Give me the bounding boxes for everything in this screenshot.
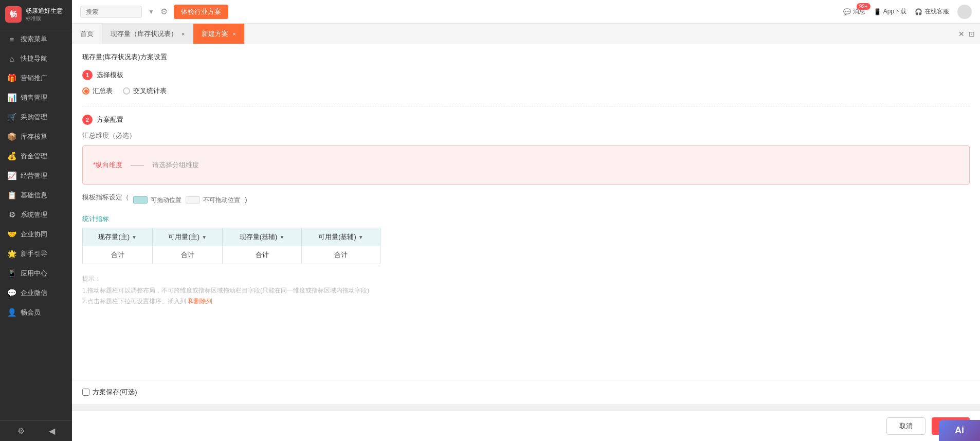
chart-icon: 📊 bbox=[7, 93, 16, 102]
dimension-placeholder[interactable]: 请选择分组维度 bbox=[152, 160, 199, 170]
collapse-sidebar-icon[interactable]: ◀ bbox=[49, 426, 55, 436]
sidebar-logo: 畅 畅康通好生意 标准版 bbox=[0, 0, 72, 29]
sidebar-item-new-guide[interactable]: 🌟 新手引导 bbox=[0, 244, 72, 264]
draggable-legend-label: 可拖动位置 bbox=[151, 196, 182, 205]
summary-dimension-label: 汇总维度（必选） bbox=[82, 131, 970, 140]
download-icon: 📱 bbox=[874, 8, 881, 15]
message-badge: 99+ bbox=[857, 3, 870, 10]
wechat-icon: 💬 bbox=[7, 288, 16, 298]
sidebar-item-search-menu[interactable]: ≡ 搜索菜单 bbox=[0, 29, 72, 49]
col3-chevron-icon[interactable]: ▼ bbox=[279, 234, 284, 240]
close-inventory-tab-icon[interactable]: × bbox=[182, 31, 185, 37]
radio-summary[interactable]: 汇总表 bbox=[82, 86, 113, 96]
sidebar-item-member[interactable]: 👤 畅会员 bbox=[0, 303, 72, 322]
metrics-config-row: 模板指标设定（ 可拖动位置 不可拖动位置 ） bbox=[82, 193, 970, 207]
legend-draggable-item: 可拖动位置 bbox=[133, 196, 182, 205]
guide-icon: 🌟 bbox=[7, 249, 16, 259]
step1-header: 1 选择模板 bbox=[82, 70, 970, 80]
tab-new-plan[interactable]: 新建方案 × bbox=[193, 24, 244, 44]
panel: 现存量(库存状况表)方案设置 1 选择模板 汇总表 交叉统计表 bbox=[72, 44, 980, 380]
sidebar-item-enterprise[interactable]: 🤝 企业协同 bbox=[0, 225, 72, 244]
tab-inventory-status[interactable]: 现存量（库存状况表） × bbox=[102, 24, 193, 44]
step2-header: 2 方案配置 bbox=[82, 115, 970, 125]
cancel-button[interactable]: 取消 bbox=[886, 417, 925, 435]
step1-badge: 1 bbox=[82, 70, 93, 80]
tips-highlight: 和删除列 bbox=[188, 298, 212, 305]
col4-chevron-icon[interactable]: ▼ bbox=[358, 234, 364, 240]
sidebar-item-wechat[interactable]: 💬 企业微信 bbox=[0, 283, 72, 303]
col1-chevron-icon[interactable]: ▼ bbox=[132, 234, 137, 240]
tabbar: 首页 现存量（库存状况表） × 新建方案 × ✕ ⊡ bbox=[72, 24, 980, 44]
money-icon: 💰 bbox=[7, 152, 16, 161]
sidebar-item-app-center[interactable]: 📱 应用中心 bbox=[0, 264, 72, 283]
dimension-row: *纵向维度 —— 请选择分组维度 bbox=[93, 160, 959, 170]
radio-cross-label: 交叉统计表 bbox=[133, 86, 167, 96]
app-name: 畅康通好生意 bbox=[26, 7, 63, 15]
sidebar-item-sales[interactable]: 📊 销售管理 bbox=[0, 88, 72, 107]
trial-button[interactable]: 体验行业方案 bbox=[174, 5, 228, 19]
ai-button[interactable]: Ai bbox=[939, 420, 980, 441]
cart-icon: 🛒 bbox=[7, 113, 16, 122]
divider1 bbox=[82, 106, 970, 106]
settings-icon[interactable]: ⚙ bbox=[17, 426, 25, 436]
message-button[interactable]: 💬 消息 99+ bbox=[843, 7, 865, 16]
sidebar-item-basic-info[interactable]: 📋 基础信息 bbox=[0, 186, 72, 205]
search-input[interactable] bbox=[80, 6, 142, 18]
sidebar-item-business[interactable]: 📈 经营管理 bbox=[0, 166, 72, 186]
sidebar-nav: ≡ 搜索菜单 ⌂ 快捷导航 🎁 营销推广 📊 销售管理 🛒 采购管理 📦 库存核… bbox=[0, 29, 72, 420]
col-header-2[interactable]: 可用量(主) ▼ bbox=[153, 228, 223, 246]
col-header-4[interactable]: 可用量(基辅) ▼ bbox=[301, 228, 380, 246]
settings-gear-icon[interactable]: ⚙ bbox=[160, 7, 168, 16]
tabbar-right-controls: ✕ ⊡ bbox=[953, 24, 980, 44]
col-header-1[interactable]: 现存量(主) ▼ bbox=[83, 228, 153, 246]
dimension-dash: —— bbox=[131, 161, 144, 169]
search-menu-icon: ≡ bbox=[7, 34, 16, 44]
cell-1-4: 合计 bbox=[301, 246, 380, 264]
step1-section: 1 选择模板 汇总表 交叉统计表 bbox=[82, 70, 970, 96]
sidebar-item-quick-nav[interactable]: ⌂ 快捷导航 bbox=[0, 49, 72, 68]
cell-1-3: 合计 bbox=[223, 246, 301, 264]
sidebar-item-finance[interactable]: 💰 资金管理 bbox=[0, 146, 72, 166]
dimension-required: *纵向维度 bbox=[93, 160, 122, 170]
online-service-button[interactable]: 🎧 在线客服 bbox=[915, 7, 949, 16]
sidebar-item-inventory[interactable]: 📦 库存核算 bbox=[0, 127, 72, 146]
tab-new-plan-label: 新建方案 bbox=[202, 29, 228, 39]
close-panel-icon[interactable]: ✕ bbox=[958, 30, 965, 38]
step2-section: 2 方案配置 汇总维度（必选） *纵向维度 —— 请选择分组维度 模板指标设定（ bbox=[82, 115, 970, 306]
non-draggable-legend-label: 不可拖动位置 bbox=[203, 196, 240, 205]
save-checkbox[interactable] bbox=[82, 389, 89, 396]
radio-cross[interactable]: 交叉统计表 bbox=[123, 86, 167, 96]
step1-title: 选择模板 bbox=[97, 70, 123, 80]
footer-bar: 取消 查询 bbox=[72, 411, 980, 441]
gift-icon: 🎁 bbox=[7, 74, 16, 83]
sidebar-item-marketing[interactable]: 🎁 营销推广 bbox=[0, 68, 72, 88]
close-new-plan-tab-icon[interactable]: × bbox=[232, 31, 235, 37]
non-draggable-legend-box bbox=[186, 196, 200, 204]
message-icon: 💬 bbox=[843, 8, 851, 15]
service-icon: 🎧 bbox=[915, 8, 922, 15]
tips-section: 提示： 1.拖动标题栏可以调整布局，不可跨维度或指标区域拖动栏目字段(只能在同一… bbox=[82, 274, 970, 306]
tips-item2: 2.点击标题栏下拉可设置排序、插入列 和删除列 bbox=[82, 297, 970, 306]
system-icon: ⚙ bbox=[7, 210, 16, 219]
draggable-legend-box bbox=[133, 196, 148, 204]
col2-chevron-icon[interactable]: ▼ bbox=[202, 234, 207, 240]
app-icon: 📱 bbox=[7, 269, 16, 278]
app-version: 标准版 bbox=[26, 15, 63, 22]
save-label: 方案保存(可选) bbox=[93, 388, 137, 397]
tab-home-label: 首页 bbox=[80, 29, 94, 39]
home-icon: ⌂ bbox=[7, 54, 16, 63]
expand-panel-icon[interactable]: ⊡ bbox=[969, 30, 975, 38]
online-service-label: 在线客服 bbox=[924, 7, 949, 16]
metrics-config-suffix: ） bbox=[244, 195, 251, 205]
col-header-3[interactable]: 现存量(基辅) ▼ bbox=[223, 228, 301, 246]
sidebar-footer: ⚙ ◀ bbox=[0, 420, 72, 441]
user-avatar[interactable] bbox=[957, 5, 972, 19]
main-area: ▼ ⚙ 体验行业方案 💬 消息 99+ 📱 App下载 🎧 在线客服 首页 bbox=[72, 0, 980, 441]
search-arrow-icon[interactable]: ▼ bbox=[148, 8, 154, 15]
sidebar-item-system[interactable]: ⚙ 系统管理 bbox=[0, 205, 72, 225]
sidebar-item-purchase[interactable]: 🛒 采购管理 bbox=[0, 107, 72, 127]
tab-home[interactable]: 首页 bbox=[72, 24, 102, 44]
topbar: ▼ ⚙ 体验行业方案 💬 消息 99+ 📱 App下载 🎧 在线客服 bbox=[72, 0, 980, 24]
app-download-button[interactable]: 📱 App下载 bbox=[874, 7, 906, 16]
sidebar: 畅 畅康通好生意 标准版 ≡ 搜索菜单 ⌂ 快捷导航 🎁 营销推广 📊 销售管理… bbox=[0, 0, 72, 441]
